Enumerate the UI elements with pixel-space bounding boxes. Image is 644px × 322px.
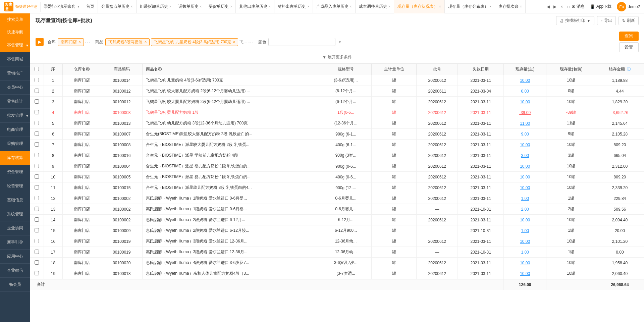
search-button[interactable]: 查询 xyxy=(619,32,639,41)
warehouse-tag-remove[interactable]: × xyxy=(78,40,81,44)
row-qty-main[interactable]: 9.00 xyxy=(503,129,546,140)
tab-2[interactable]: 组装拆卸单历史× xyxy=(137,0,175,13)
select-all-checkbox[interactable] xyxy=(35,67,39,71)
row-checkbox-cell[interactable] xyxy=(30,107,44,118)
print-button[interactable]: 🖨 按模板打印 ▼ xyxy=(556,16,594,25)
row-checkbox-cell[interactable] xyxy=(30,225,44,236)
row-qty-main[interactable]: 10.00 xyxy=(503,75,546,86)
row-checkbox[interactable] xyxy=(35,260,39,265)
row-checkbox[interactable] xyxy=(35,228,39,232)
row-qty-main[interactable]: 10.00 xyxy=(503,236,546,247)
user-area[interactable]: Ea demo2 xyxy=(617,2,640,11)
row-checkbox[interactable] xyxy=(35,185,39,190)
row-checkbox-cell[interactable] xyxy=(30,236,44,247)
row-checkbox-cell[interactable] xyxy=(30,86,44,97)
nav-next-arrow[interactable]: ▶ xyxy=(552,0,558,13)
sidebar-item-purchase[interactable]: 采购管理 xyxy=(0,137,30,151)
row-checkbox[interactable] xyxy=(35,89,39,93)
sidebar-item-guide[interactable]: 新手引导 xyxy=(0,235,30,250)
product-tag-0-remove[interactable]: × xyxy=(144,40,147,44)
sidebar-item-wechat[interactable]: 企业微信 xyxy=(0,264,30,278)
row-qty-main[interactable]: 10.00 xyxy=(503,97,546,107)
product-tag-0[interactable]: 飞鹤奶粉3段两提装 × xyxy=(105,38,150,46)
row-checkbox[interactable] xyxy=(35,217,39,222)
industry-arrow[interactable]: ▼ xyxy=(77,5,80,8)
sidebar-item-ecommerce[interactable]: 电商管理 xyxy=(0,123,30,137)
row-checkbox[interactable] xyxy=(35,271,39,275)
row-checkbox-cell[interactable] xyxy=(30,182,44,193)
row-checkbox[interactable] xyxy=(35,99,39,104)
row-checkbox-cell[interactable] xyxy=(30,268,44,279)
close-tab-1[interactable]: × xyxy=(131,5,133,8)
row-checkbox-cell[interactable] xyxy=(30,204,44,215)
sidebar-item-enterprise[interactable]: 企业协同 xyxy=(0,221,30,235)
close-tab-6[interactable]: × xyxy=(307,5,309,8)
sidebar-item-retail-stats[interactable]: 零售统计 xyxy=(0,95,30,109)
product-more-dots[interactable]: ··· xyxy=(248,39,254,45)
row-qty-main[interactable]: 0.00 xyxy=(503,86,546,97)
nav-prev-arrow[interactable]: ◀ xyxy=(545,0,552,13)
nav-maximize[interactable]: □ xyxy=(565,0,572,13)
row-checkbox[interactable] xyxy=(35,239,39,243)
tab-5[interactable]: 其他出库单历史× xyxy=(236,0,274,13)
sidebar-search[interactable]: 搜索英单 xyxy=(0,13,30,26)
row-checkbox-cell[interactable] xyxy=(30,215,44,225)
row-qty-main[interactable]: 10.00 xyxy=(503,172,546,182)
sidebar-item-system[interactable]: 系统管理 xyxy=(0,207,30,221)
row-checkbox-cell[interactable] xyxy=(30,150,44,161)
sidebar-item-inventory[interactable]: 库存核算 xyxy=(0,151,30,165)
product-tag-1[interactable]: 飞鹤星飞帆 儿童奶粉 4段(3-6岁适用) 700克 × xyxy=(151,38,238,46)
expand-more-conditions[interactable]: ▼ 展开更多条件 xyxy=(36,54,639,60)
sidebar-item-member[interactable]: 畅会员 xyxy=(0,278,30,292)
tab-11[interactable]: 库存批次账× xyxy=(495,0,526,13)
warehouse-more-dots[interactable]: ··· xyxy=(85,39,91,45)
warehouse-tag-0[interactable]: 南库门店 × xyxy=(58,38,84,46)
row-checkbox-cell[interactable] xyxy=(30,75,44,86)
color-input[interactable] xyxy=(268,38,335,46)
product-more-label[interactable]: 飞... xyxy=(239,39,247,45)
row-checkbox-cell[interactable] xyxy=(30,118,44,129)
setting-button[interactable]: 设置 xyxy=(619,42,639,52)
tab-6[interactable]: 材料出库单历史× xyxy=(274,0,313,13)
sidebar-item-retail-mall[interactable]: 零售商城 xyxy=(0,52,30,66)
row-checkbox[interactable] xyxy=(35,196,39,200)
row-checkbox-cell[interactable] xyxy=(30,193,44,204)
row-checkbox-cell[interactable] xyxy=(30,97,44,107)
row-qty-main[interactable]: 10.00 xyxy=(503,268,546,279)
row-checkbox[interactable] xyxy=(35,250,39,254)
sidebar-item-operation[interactable]: 经营管理 xyxy=(0,179,30,193)
col-check[interactable] xyxy=(30,64,44,75)
row-qty-main[interactable]: 10.00 xyxy=(503,215,546,225)
color-dropdown-arrow[interactable]: ▼ xyxy=(338,40,341,44)
sidebar-item-basic-info[interactable]: 基础信息 xyxy=(0,193,30,207)
tab-home[interactable]: 首页 xyxy=(83,0,98,13)
row-checkbox[interactable] xyxy=(35,142,39,147)
row-qty-main[interactable]: 10.00 xyxy=(503,258,546,268)
row-qty-main[interactable]: -39.00 xyxy=(503,107,546,118)
refresh-button[interactable]: ↻ 刷新 xyxy=(619,16,639,25)
sidebar-item-retail-management[interactable]: 零售管理 ▼ xyxy=(0,38,30,52)
row-checkbox-cell[interactable] xyxy=(30,129,44,140)
row-checkbox[interactable] xyxy=(35,121,39,125)
close-tab-3[interactable]: × xyxy=(200,5,202,8)
close-tab-11[interactable]: × xyxy=(520,5,522,8)
nav-close-all[interactable]: × xyxy=(558,0,565,13)
close-tab-9[interactable]: × xyxy=(439,5,441,8)
row-checkbox[interactable] xyxy=(35,78,39,82)
tab-1[interactable]: 分量盘点单历史× xyxy=(98,0,137,13)
row-qty-main[interactable]: 2.00 xyxy=(503,204,546,215)
row-qty-main[interactable]: 1.00 xyxy=(503,247,546,258)
row-checkbox-cell[interactable] xyxy=(30,247,44,258)
row-checkbox[interactable] xyxy=(35,131,39,136)
row-checkbox-cell[interactable] xyxy=(30,140,44,150)
row-checkbox-cell[interactable] xyxy=(30,258,44,268)
row-checkbox[interactable] xyxy=(35,164,39,168)
row-checkbox[interactable] xyxy=(35,153,39,157)
product-tag-1-remove[interactable]: × xyxy=(233,40,235,44)
tab-7[interactable]: 产成品入库单历史× xyxy=(313,0,356,13)
row-qty-main[interactable]: 11.00 xyxy=(503,118,546,129)
sidebar-item-member-center[interactable]: 会员中心 xyxy=(0,80,30,95)
close-tab-8[interactable]: × xyxy=(388,5,390,8)
row-checkbox-cell[interactable] xyxy=(30,161,44,172)
close-tab-10[interactable]: × xyxy=(490,5,492,8)
